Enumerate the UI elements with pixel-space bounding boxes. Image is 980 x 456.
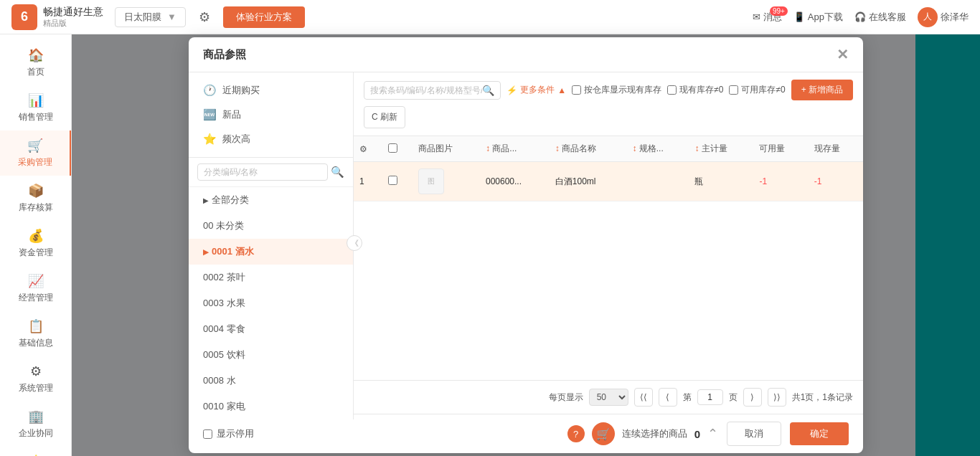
tab-new-product[interactable]: 🆕 新品 [189,103,353,127]
app-subtitle: 精品版 [43,18,103,29]
sidebar-label-sales: 销售管理 [19,111,53,123]
category-0004[interactable]: 0004 零食 [189,316,353,342]
content-area: 商品参照 ✕ 🕐 近期购买 [72,34,980,456]
sidebar-item-home[interactable]: 🏠 首页 [0,40,71,85]
category-00[interactable]: 00 未分类 [189,213,353,239]
app-download-btn[interactable]: 📱 App下载 [793,11,843,24]
sidebar-label-enterprise: 企业协同 [19,427,53,440]
nav-dropdown[interactable]: 日太阳膜 ▼ [115,7,186,27]
show-disabled-label[interactable]: 显示停用 [203,427,254,440]
last-page-button[interactable]: ⟩⟩ [768,388,786,407]
sidebar-label-operations: 经营管理 [19,292,53,304]
tab-high-freq-label: 频次高 [222,133,250,146]
category-0002[interactable]: 0002 茶叶 [189,265,353,290]
category-0010[interactable]: 0010 家电 [189,394,353,419]
sidebar-label-basic-info: 基础信息 [19,337,53,349]
prev-page-button[interactable]: ⟨ [659,388,677,407]
category-panel: 🔍 ▶ 全部分类 00 未分类 ▶ [189,158,353,419]
modal-overlay: 商品参照 ✕ 🕐 近期购买 [72,34,980,456]
right-toolbar: 🔍 ⚡ 更多条件 ▲ 按仓库显示现有库存 [354,72,863,136]
row-index: 1 [354,162,382,201]
sidebar-label-system: 系统管理 [19,382,53,394]
confirm-button[interactable]: 确定 [790,422,849,445]
warehouse-stock-checkbox[interactable]: 按仓库显示现有库存 [572,84,661,96]
collapse-panel-button[interactable]: 《 [347,235,362,251]
show-disabled-check[interactable] [203,429,212,439]
app-download-label: App下载 [808,11,843,24]
per-page-label: 每页显示 [549,391,583,404]
sidebar-item-operations[interactable]: 📈 经营管理 [0,266,71,311]
product-search-input[interactable] [370,85,482,95]
table-header-row: ⚙ 商品图片 ↕ 商品... ↕ 商品名称 ↕ 规格... ↕ 主计量 可用量 [354,136,863,162]
select-all-checkbox[interactable] [388,143,397,153]
pagination-bar: 每页显示 50 10 20 100 ⟨⟨ ⟨ 第 页 [354,380,863,414]
cart-label: 连续选择的商品 [622,427,687,440]
col-code[interactable]: ↕ 商品... [480,136,550,162]
usable-nonzero-checkbox[interactable]: 可用库存≠0 [729,84,785,96]
page-number-input[interactable] [697,389,723,405]
sidebar-item-inventory[interactable]: 📦 库存核算 [0,176,71,221]
sidebar-item-purchase[interactable]: 🛒 采购管理 [0,130,71,176]
left-panel-wrap: 🕐 近期购买 🆕 新品 ⭐ 频次高 [189,72,354,414]
col-settings[interactable]: ⚙ [354,136,382,162]
first-page-button[interactable]: ⟨⟨ [634,388,653,407]
sidebar: 🏠 首页 📊 销售管理 🛒 采购管理 📦 库存核算 💰 资金管理 📈 经营管理 … [0,34,72,456]
category-0003-label: 0003 水果 [203,297,245,310]
sidebar-item-sales[interactable]: 📊 销售管理 [0,85,71,130]
col-usable: 可用量 [753,136,808,162]
category-0008[interactable]: 0008 水 [189,368,353,394]
category-all[interactable]: ▶ 全部分类 [189,187,353,213]
sidebar-item-basic-info[interactable]: 📋 基础信息 [0,311,71,356]
cart-icon[interactable]: 🛒 [592,422,615,445]
col-name[interactable]: ↕ 商品名称 [550,136,627,162]
product-thumbnail: 图 [418,168,444,194]
refresh-button[interactable]: C 刷新 [364,106,405,128]
col-unit[interactable]: ↕ 主计量 [689,136,753,162]
online-service-btn[interactable]: 🎧 在线客服 [854,11,906,24]
app-title: 畅捷通好生意 [43,5,103,18]
category-search-icon[interactable]: 🔍 [331,166,344,179]
cart-count: 0 [694,428,700,440]
col-spec[interactable]: ↕ 规格... [626,136,689,162]
message-icon: ✉ [753,11,760,22]
operations-icon: 📈 [28,273,44,289]
clock-icon: 🕐 [203,84,217,97]
sidebar-item-guide[interactable]: 🌟 新手引导 [0,447,71,456]
tab-recent-purchase[interactable]: 🕐 近期购买 [189,78,353,103]
category-search-input[interactable] [197,163,328,181]
table-row[interactable]: 1 图 000600... 白酒100ml 瓶 [354,162,863,201]
total-info: 共1页，1条记录 [792,391,853,404]
next-page-button[interactable]: ⟩ [743,388,762,407]
stock-nonzero-checkbox[interactable]: 现有库存≠0 [667,84,723,96]
row-check[interactable] [388,176,397,185]
sidebar-item-system[interactable]: ⚙ 系统管理 [0,356,71,402]
usable-nonzero-check[interactable] [729,85,738,95]
add-product-button[interactable]: + 新增商品 [791,80,853,100]
app-logo-icon: 6 [11,4,37,30]
message-btn[interactable]: ✉ 消息 99+ [753,11,782,24]
category-0003[interactable]: 0003 水果 [189,290,353,316]
warehouse-stock-check[interactable] [572,85,581,95]
modal-close-button[interactable]: ✕ [837,47,849,62]
more-filter-button[interactable]: ⚡ 更多条件 ▲ [507,84,566,96]
sort-icon-spec: ↕ [632,143,636,153]
logo-area: 6 畅捷通好生意 精品版 [11,4,103,30]
collapse-cart-icon[interactable]: ⌃ [707,426,718,442]
caret-icon: ▶ [203,196,209,204]
search-icon[interactable]: 🔍 [482,85,494,96]
sidebar-item-enterprise[interactable]: 🏢 企业协同 [0,402,71,447]
category-0005[interactable]: 0005 饮料 [189,342,353,368]
trial-button[interactable]: 体验行业方案 [223,6,305,28]
stock-nonzero-check[interactable] [667,85,677,95]
per-page-select[interactable]: 50 10 20 100 [589,389,628,406]
gear-button[interactable]: ⚙ [192,4,217,30]
sidebar-item-finance[interactable]: 💰 资金管理 [0,221,71,266]
avatar: 人 [918,7,938,27]
help-icon[interactable]: ? [567,425,585,442]
user-profile[interactable]: 人 徐泽华 [918,7,969,27]
cancel-button[interactable]: 取消 [727,422,781,446]
category-0001[interactable]: ▶ 0001 酒水 [189,239,353,265]
tab-high-freq[interactable]: ⭐ 频次高 [189,127,353,151]
sales-icon: 📊 [28,92,44,108]
row-usable: -1 [753,162,808,201]
